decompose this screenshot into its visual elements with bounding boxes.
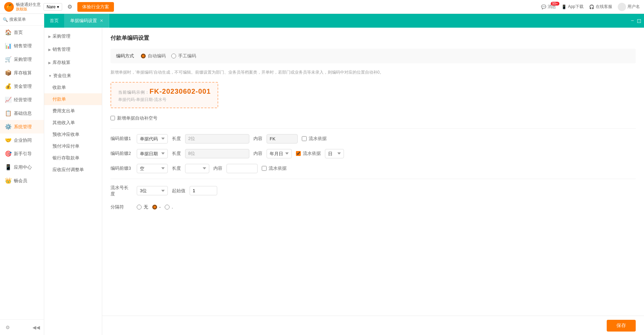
- sidebar-label-system: 系统管理: [14, 124, 32, 130]
- sidebar-item-inventory[interactable]: 📦 库存核算: [0, 66, 44, 80]
- serial-checkbox-2[interactable]: [296, 151, 301, 156]
- settings-icon[interactable]: ⚙: [65, 2, 75, 12]
- code-example: 当前编码示例：FK-20230602-001: [118, 87, 211, 95]
- sidebar-nav: 🏠 首页 📊 销售管理 🛒 采购管理 📦 库存核算 💰 资金管理 📈 经: [0, 26, 44, 319]
- app-download-item[interactable]: 📱 App下载: [561, 4, 584, 10]
- sub-menu-item-expense[interactable]: 费用支出单: [44, 105, 102, 117]
- sidebar-label-home: 首页: [14, 29, 23, 36]
- message-item[interactable]: 💬 消息 99+: [541, 4, 556, 10]
- home-icon: 🏠: [5, 29, 11, 36]
- sub-menu-item-adjustment[interactable]: 应收应付调整单: [44, 164, 102, 176]
- sidebar-item-member[interactable]: 👑 畅会员: [0, 174, 44, 187]
- content-input-3[interactable]: [227, 164, 258, 173]
- serial-checkbox-1[interactable]: [302, 136, 307, 141]
- operation-icon: 📈: [5, 96, 11, 103]
- arrow-right-icon: ▶: [48, 35, 51, 38]
- arrow-right-icon-inventory: ▶: [48, 61, 51, 65]
- tab-home[interactable]: 首页: [44, 14, 65, 28]
- save-button[interactable]: 保存: [607, 320, 636, 332]
- tab-minimize-icon[interactable]: −: [631, 18, 634, 24]
- length-select-3[interactable]: [185, 164, 209, 173]
- online-service-item[interactable]: 🎧 在线客服: [589, 4, 612, 10]
- content-select-2[interactable]: 年月日 年月 年: [267, 149, 292, 158]
- sidebar-item-sales[interactable]: 📊 销售管理: [0, 39, 44, 53]
- serial-checkbox-group-2: 流水依据: [296, 150, 321, 157]
- sidebar-search[interactable]: 🔍 搜索菜单: [0, 14, 44, 26]
- tab-encoding-settings[interactable]: 单据编码设置 ✕: [65, 14, 109, 28]
- sales-icon: 📊: [5, 43, 11, 49]
- page-content: ▶ 采购管理 ▶ 销售管理 ▶ 库存核算: [44, 28, 644, 335]
- sub-menu-header-inventory[interactable]: ▶ 库存核算: [44, 57, 102, 68]
- sidebar-item-basic[interactable]: 📋 基础信息: [0, 106, 44, 120]
- sidebar-item-app-center[interactable]: 📱 应用中心: [0, 160, 44, 174]
- user-info[interactable]: 用户名: [618, 3, 640, 11]
- content-input-1[interactable]: [267, 134, 298, 143]
- start-value-label: 起始值: [172, 188, 185, 194]
- prefix-label-1: 编码前缀1: [110, 136, 133, 142]
- sidebar-item-purchase[interactable]: 🛒 采购管理: [0, 53, 44, 66]
- chevron-down-icon: ▾: [57, 4, 59, 9]
- sub-menu-label-sales: 销售管理: [52, 46, 70, 53]
- sidebar-item-guide[interactable]: 🎯 新手引导: [0, 147, 44, 160]
- prefix-row-1: 编码前缀1 单据代码 单据日期 空 长度 内容 流水依据: [110, 134, 636, 143]
- auto-code-radio[interactable]: [141, 54, 146, 58]
- sub-menu-item-prepaid-payable[interactable]: 预付冲应付单: [44, 140, 102, 152]
- section-divider-1: [110, 128, 636, 129]
- sub-menu-item-prepaid-receivable[interactable]: 预收冲应收单: [44, 129, 102, 140]
- sidebar-label-sales: 销售管理: [14, 43, 32, 49]
- auto-code-option[interactable]: 自动编码: [141, 53, 166, 59]
- separator-dot-option[interactable]: .: [165, 204, 173, 210]
- brand-logo: 🍊: [4, 2, 14, 12]
- sub-menu-header-capital[interactable]: ▼ 资金往来: [44, 70, 102, 82]
- sub-menu-label-capital: 资金往来: [53, 73, 71, 79]
- sidebar-item-operation[interactable]: 📈 经营管理: [0, 93, 44, 106]
- sub-menu-header-sales[interactable]: ▶ 销售管理: [44, 44, 102, 55]
- prefix-select-3[interactable]: 空 单据代码 单据日期: [137, 164, 168, 173]
- tab-maximize-icon[interactable]: ⊡: [637, 18, 641, 24]
- sub-menu-item-receipt[interactable]: 收款单: [44, 82, 102, 93]
- sub-menu-header-purchase[interactable]: ▶ 采购管理: [44, 30, 102, 42]
- serial-length-select[interactable]: 3位 4位 5位 6位: [137, 186, 168, 195]
- sub-menu-item-bank[interactable]: 银行存取款单: [44, 152, 102, 164]
- serial-checkbox-group-1: 流水依据: [302, 136, 327, 142]
- content-label-1: 内容: [253, 136, 262, 142]
- serial-checkbox-3[interactable]: [262, 166, 267, 171]
- collapse-icon[interactable]: ◀◀: [31, 323, 41, 332]
- content-area: 首页 单据编码设置 ✕ − ⊡ ▶ 采购管理: [44, 14, 644, 335]
- account-dropdown[interactable]: Nare ▾: [44, 3, 62, 11]
- day-select-2[interactable]: 日 月 年: [325, 149, 344, 158]
- separator-none-radio[interactable]: [137, 205, 142, 210]
- sidebar-item-system[interactable]: ⚙️ 系统管理: [0, 120, 44, 133]
- start-value-input[interactable]: [190, 186, 217, 195]
- prefix-select-1[interactable]: 单据代码 单据日期 空: [137, 134, 168, 143]
- serial-length-row: 流水号长度 3位 4位 5位 6位 起始值: [110, 185, 636, 197]
- auto-fill-checkbox[interactable]: [110, 116, 115, 120]
- message-badge: 99+: [551, 2, 559, 6]
- encoding-radio-group: 自动编码 手工编码: [141, 53, 196, 59]
- industry-button[interactable]: 体验行业方案: [77, 2, 114, 12]
- separator-none-option[interactable]: 无: [137, 204, 148, 210]
- separator-dot-radio[interactable]: [165, 205, 170, 210]
- settings-bottom-icon[interactable]: ⚙: [3, 323, 12, 332]
- sidebar-item-finance[interactable]: 💰 资金管理: [0, 80, 44, 93]
- separator-dash-option[interactable]: -: [152, 204, 161, 210]
- sidebar-label-app-center: 应用中心: [14, 164, 32, 170]
- manual-code-radio[interactable]: [171, 54, 176, 58]
- manual-code-option[interactable]: 手工编码: [171, 53, 196, 59]
- sidebar-item-enterprise[interactable]: 🤝 企业协同: [0, 133, 44, 147]
- separator-dash-radio[interactable]: [152, 205, 157, 210]
- code-desc: 单据代码-单据日期-流水号: [118, 97, 211, 103]
- tab-close-icon[interactable]: ✕: [100, 18, 103, 23]
- sub-menu-item-payment[interactable]: 付款单: [44, 93, 102, 105]
- length-label-3: 长度: [172, 165, 181, 171]
- manual-code-label: 手工编码: [178, 53, 196, 59]
- page-title: 付款单编码设置: [110, 35, 636, 42]
- sidebar-item-home[interactable]: 🏠 首页: [0, 26, 44, 39]
- online-service-label: 在线客服: [596, 4, 612, 10]
- sub-menu-item-other-income[interactable]: 其他收入单: [44, 117, 102, 129]
- separator-dot-label: .: [172, 204, 173, 210]
- length-input-2: [185, 149, 249, 158]
- top-bar: 🍊 畅捷通好生意 旗舰版 Nare ▾ ⚙ 体验行业方案 💬 消息 99+ 📱 …: [0, 0, 644, 14]
- sidebar-label-enterprise: 企业协同: [14, 137, 32, 143]
- prefix-select-2[interactable]: 单据日期 单据代码 空: [137, 149, 168, 158]
